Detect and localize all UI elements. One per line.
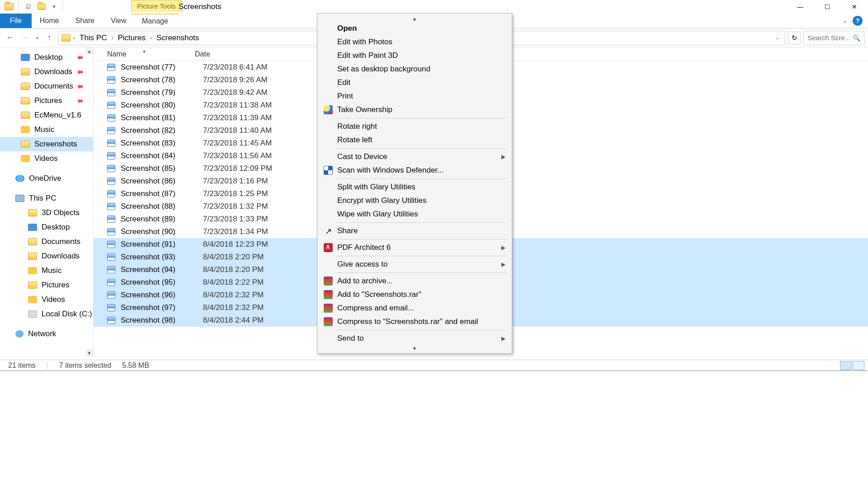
image-file-icon bbox=[107, 64, 115, 71]
view-details-button[interactable] bbox=[840, 361, 852, 370]
submenu-arrow-icon: ▶ bbox=[501, 261, 505, 267]
file-name: Screenshot (95) bbox=[121, 278, 203, 287]
context-menu-item[interactable]: PDF Architect 6▶ bbox=[318, 241, 511, 254]
context-menu-item[interactable]: Rotate left bbox=[318, 133, 511, 147]
ribbon-tab-home[interactable]: Home bbox=[32, 14, 67, 28]
image-file-icon bbox=[107, 178, 115, 185]
context-menu-item[interactable]: Edit with Photos bbox=[318, 35, 511, 49]
nav-up-button[interactable]: ↑ bbox=[43, 32, 56, 44]
context-menu-item[interactable]: Compress to "Screenshots.rar" and email bbox=[318, 315, 511, 328]
menu-item-label: PDF Architect 6 bbox=[337, 243, 391, 252]
help-icon[interactable]: ? bbox=[853, 16, 863, 26]
column-header-date[interactable]: Date bbox=[195, 50, 303, 58]
nav-forward-button[interactable]: → bbox=[19, 32, 32, 44]
image-file-icon bbox=[107, 165, 115, 172]
status-bar: 21 items | 7 items selected 5.58 MB bbox=[0, 360, 868, 371]
folder-icon bbox=[21, 83, 30, 90]
context-menu-item[interactable]: Edit with Paint 3D bbox=[318, 49, 511, 62]
menu-item-label: Set as desktop background bbox=[337, 65, 430, 74]
view-thumbnails-button[interactable] bbox=[853, 361, 864, 370]
nav-item[interactable]: Screenshots bbox=[0, 137, 93, 151]
nav-network[interactable]: Network bbox=[0, 327, 93, 341]
nav-item[interactable]: Desktop bbox=[0, 220, 93, 235]
context-menu-item[interactable]: Encrypt with Glary Utilities bbox=[318, 194, 511, 207]
context-menu-item[interactable]: Rotate right bbox=[318, 120, 511, 133]
submenu-arrow-icon: ▶ bbox=[501, 335, 505, 342]
nav-item[interactable]: Pictures bbox=[0, 278, 93, 292]
recent-locations-dropdown[interactable]: ▾ bbox=[34, 36, 40, 40]
context-menu-item[interactable]: Add to archive... bbox=[318, 274, 511, 288]
nav-item[interactable]: Music bbox=[0, 122, 93, 137]
qat-newfolder-icon[interactable] bbox=[38, 4, 46, 10]
image-file-icon bbox=[107, 190, 115, 197]
ribbon-tab-share[interactable]: Share bbox=[67, 14, 103, 28]
nav-back-button[interactable]: ← bbox=[4, 32, 16, 44]
ribbon-tab-view[interactable]: View bbox=[103, 14, 134, 28]
context-menu-item[interactable]: Compress and email... bbox=[318, 301, 511, 315]
context-menu-separator bbox=[336, 148, 507, 149]
file-name: Screenshot (88) bbox=[121, 202, 203, 211]
context-menu-item[interactable]: Add to "Screenshots.rar" bbox=[318, 288, 511, 301]
folder-icon bbox=[21, 54, 30, 61]
column-header-name[interactable]: ▲ Name bbox=[94, 50, 195, 58]
context-menu-item[interactable]: Take Ownership bbox=[318, 103, 511, 117]
context-menu-item[interactable]: Wipe with Glary Utilities bbox=[318, 207, 511, 221]
context-menu-scroll-down[interactable]: ▼ bbox=[318, 345, 511, 352]
breadcrumb-screenshots[interactable]: Screenshots bbox=[155, 33, 201, 42]
scroll-up-button[interactable]: ▲ bbox=[85, 47, 93, 55]
menu-item-icon bbox=[324, 290, 333, 299]
ribbon-tab-manage[interactable]: Manage bbox=[131, 14, 179, 28]
context-menu-item[interactable]: Open bbox=[318, 22, 511, 35]
breadcrumb-thispc[interactable]: This PC bbox=[78, 33, 108, 42]
context-menu-item[interactable]: Edit bbox=[318, 76, 511, 89]
nav-item[interactable]: EcMenu_v1.6 bbox=[0, 108, 93, 122]
folder-icon bbox=[61, 34, 71, 42]
chevron-right-icon[interactable]: › bbox=[72, 35, 76, 41]
breadcrumb-pictures[interactable]: Pictures bbox=[116, 33, 147, 42]
nav-item[interactable]: 3D Objects bbox=[0, 206, 93, 220]
file-date: 8/4/2018 2:22 PM bbox=[203, 278, 311, 287]
context-menu-item[interactable]: Scan with Windows Defender... bbox=[318, 164, 511, 177]
title-bar: ☑ ▼ Picture Tools Screenshots — ☐ ✕ bbox=[0, 0, 868, 14]
nav-thispc[interactable]: This PC bbox=[0, 191, 93, 206]
file-date: 8/4/2018 2:20 PM bbox=[203, 265, 311, 274]
menu-item-label: Add to archive... bbox=[337, 277, 393, 286]
qat-properties-icon[interactable]: ☑ bbox=[23, 2, 33, 11]
menu-item-label: Take Ownership bbox=[337, 105, 392, 114]
maximize-button[interactable]: ☐ bbox=[814, 0, 841, 14]
close-button[interactable]: ✕ bbox=[841, 0, 868, 14]
context-menu-item[interactable]: Cast to Device▶ bbox=[318, 150, 511, 164]
minimize-button[interactable]: — bbox=[787, 0, 814, 14]
context-menu-item[interactable]: Send to▶ bbox=[318, 332, 511, 345]
context-menu-item[interactable]: Set as desktop background bbox=[318, 62, 511, 76]
context-menu-item[interactable]: Give access to▶ bbox=[318, 258, 511, 271]
chevron-right-icon[interactable]: › bbox=[110, 35, 114, 41]
nav-item[interactable]: Pictures 📌 bbox=[0, 94, 93, 108]
nav-item[interactable]: Local Disk (C:) bbox=[0, 307, 93, 321]
nav-item[interactable]: Videos bbox=[0, 151, 93, 166]
menu-item-label: Add to "Screenshots.rar" bbox=[337, 290, 421, 299]
refresh-button[interactable]: ↻ bbox=[788, 32, 801, 44]
context-menu-scroll-up[interactable]: ▲ bbox=[318, 15, 511, 22]
ribbon-expand-icon[interactable]: ⌄ bbox=[843, 18, 847, 24]
nav-item[interactable]: Documents 📌 bbox=[0, 79, 93, 94]
context-menu-item[interactable]: Split with Glary Utilities bbox=[318, 180, 511, 194]
context-menu-item[interactable]: ↗Share bbox=[318, 224, 511, 238]
nav-item[interactable]: Desktop 📌 bbox=[0, 50, 93, 65]
folder-icon bbox=[21, 155, 30, 162]
qat-customize-dropdown[interactable]: ▼ bbox=[50, 5, 58, 9]
ribbon-tab-file[interactable]: File bbox=[0, 14, 32, 28]
window-icon[interactable] bbox=[5, 3, 14, 10]
nav-item[interactable]: Downloads bbox=[0, 249, 93, 263]
address-dropdown[interactable]: ⌄ bbox=[773, 35, 782, 41]
search-input[interactable]: Search Scre... 🔍 bbox=[803, 31, 864, 45]
scroll-down-button[interactable]: ▼ bbox=[85, 349, 93, 357]
nav-label: Local Disk (C:) bbox=[42, 310, 92, 319]
nav-item[interactable]: Documents bbox=[0, 235, 93, 249]
nav-onedrive[interactable]: OneDrive bbox=[0, 171, 93, 186]
context-menu-item[interactable]: Print bbox=[318, 89, 511, 103]
nav-item[interactable]: Music bbox=[0, 263, 93, 278]
nav-item[interactable]: Downloads 📌 bbox=[0, 65, 93, 79]
nav-item[interactable]: Videos bbox=[0, 292, 93, 307]
chevron-right-icon[interactable]: › bbox=[149, 35, 153, 41]
